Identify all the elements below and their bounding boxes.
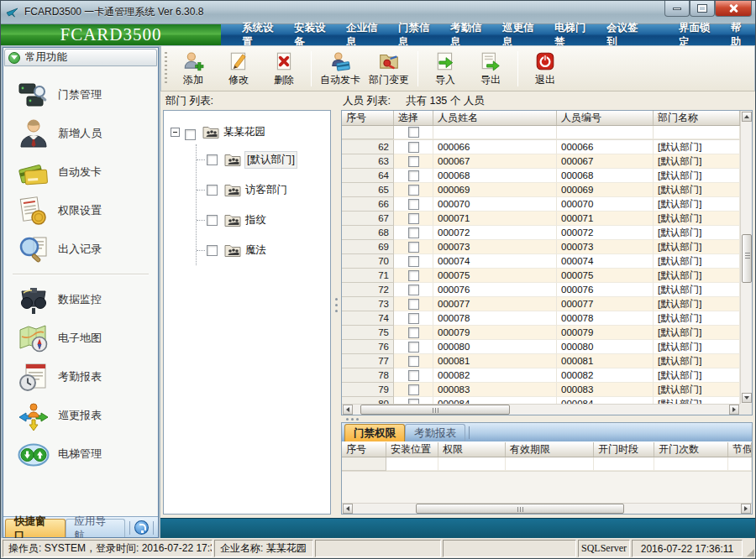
scroll-up-icon[interactable] [742,112,752,122]
row-checkbox[interactable] [408,227,419,238]
filter-name-cell[interactable] [433,126,557,139]
sidebar-item-permission-settings[interactable]: 权限设置 [4,191,157,230]
people-column-header[interactable]: 人员姓名 [433,111,557,125]
sidebar-item-elevator-management[interactable]: 电梯管理 [4,435,157,473]
person-row[interactable]: 74 000078 000078 [默认部门] [342,311,740,326]
tree-child-node[interactable]: 魔法 [197,235,330,265]
permissions-column-header[interactable]: 开门时段 [594,442,654,457]
collapse-icon[interactable] [8,52,20,64]
toolbar-grip[interactable] [165,52,167,86]
permissions-column-header[interactable]: 节假日 [728,442,752,457]
horizontal-splitter[interactable] [341,415,753,422]
scroll-thumb[interactable] [360,405,510,415]
sidebar-header[interactable]: 常用功能 [4,49,157,66]
exit-button[interactable]: 退出 [522,48,568,90]
scroll-left-icon[interactable] [343,504,353,514]
row-checkbox[interactable] [408,327,419,338]
tree-node-checkbox[interactable] [207,245,218,256]
row-checkbox[interactable] [408,156,419,167]
people-column-header[interactable]: 选择 [394,111,433,125]
row-checkbox[interactable] [408,384,419,395]
tree-root-checkbox[interactable] [185,129,196,140]
row-checkbox[interactable] [408,242,419,253]
row-checkbox[interactable] [408,356,419,367]
scroll-left-icon[interactable] [343,405,353,415]
permissions-column-header[interactable]: 有效期限 [506,442,594,457]
scroll-right-icon[interactable] [741,504,751,514]
tree-node-checkbox[interactable] [207,215,218,226]
people-column-header[interactable]: 序号 [342,111,394,125]
minimize-button[interactable] [664,1,690,17]
scroll-thumb[interactable] [416,504,624,514]
tab-quick-window[interactable]: 快捷窗口 [5,519,66,537]
person-row[interactable]: 77 000081 000081 [默认部门] [342,354,740,368]
row-checkbox[interactable] [408,299,419,310]
person-row[interactable]: 78 000082 000082 [默认部门] [342,368,740,383]
sidebar-item-attendance-report[interactable]: 考勤报表 [4,358,157,396]
import-button[interactable]: 导入 [423,48,468,90]
close-button[interactable] [715,1,752,17]
person-row[interactable]: 69 000073 000073 [默认部门] [342,240,740,254]
person-row[interactable]: 76 000080 000080 [默认部门] [342,340,740,354]
tree-root-node[interactable]: 某某花园 [171,119,330,144]
row-checkbox[interactable] [408,199,419,210]
permissions-column-header[interactable]: 权限 [438,442,506,457]
people-column-header[interactable]: 部门名称 [654,111,740,125]
person-row[interactable]: 68 000072 000072 [默认部门] [342,226,740,240]
row-checkbox[interactable] [408,342,419,353]
auto-card-button[interactable]: 自动发卡 [316,48,365,90]
person-row[interactable]: 66 000070 000070 [默认部门] [342,197,740,212]
sidebar-item-data-monitor[interactable]: 数据监控 [4,280,157,319]
edit-button[interactable]: 修改 [216,48,261,90]
tree-child-node[interactable]: [默认部门] [197,144,330,175]
export-button[interactable]: 导出 [468,48,513,90]
vertical-splitter[interactable] [331,91,341,518]
sidebar-item-electronic-map[interactable]: 电子地图 [4,319,157,358]
row-checkbox[interactable] [408,170,419,181]
tab-app-navigation[interactable]: 应用导航 [66,519,126,537]
permissions-column-header[interactable]: 开门次数 [654,442,728,457]
row-checkbox[interactable] [408,213,419,224]
sidebar-item-access-management[interactable]: 门禁管理 [4,76,157,114]
permissions-column-header[interactable]: 安装位置 [386,442,438,457]
person-row[interactable]: 70 000074 000074 [默认部门] [342,254,740,269]
delete-button[interactable]: 删除 [261,48,307,90]
person-row[interactable]: 73 000077 000077 [默认部门] [342,297,740,311]
row-checkbox[interactable] [408,142,419,153]
people-horizontal-scrollbar[interactable] [342,404,740,415]
row-checkbox[interactable] [408,370,419,381]
person-row[interactable]: 79 000083 000083 [默认部门] [342,383,740,397]
tree-child-node[interactable]: 指纹 [197,205,330,235]
people-vertical-scrollbar[interactable] [740,111,752,404]
sidebar-item-patrol-report[interactable]: 巡更报表 [4,396,157,435]
select-all-checkbox[interactable] [408,127,419,138]
person-row[interactable]: 71 000075 000075 [默认部门] [342,269,740,283]
person-row[interactable]: 62 000066 000066 [默认部门] [342,140,740,154]
help-icon[interactable] [134,520,149,535]
tab-door-permissions[interactable]: 门禁权限 [344,424,405,441]
tree-node-checkbox[interactable] [207,185,218,196]
permissions-horizontal-scrollbar[interactable] [342,503,752,514]
person-row[interactable]: 65 000069 000069 [默认部门] [342,183,740,197]
tree-child-node[interactable]: 访客部门 [197,175,330,205]
person-row[interactable]: 72 000076 000076 [默认部门] [342,283,740,297]
sidebar-item-auto-card[interactable]: 自动发卡 [4,153,157,191]
person-row[interactable]: 67 000071 000071 [默认部门] [342,212,740,226]
tree-node-checkbox[interactable] [207,154,218,165]
row-checkbox[interactable] [408,313,419,324]
scroll-down-icon[interactable] [742,393,752,403]
add-button[interactable]: 添加 [171,48,216,90]
row-checkbox[interactable] [408,185,419,196]
scroll-thumb[interactable] [742,234,752,283]
tree-collapse-icon[interactable] [171,128,180,137]
sidebar-item-access-records[interactable]: 出入记录 [4,230,157,269]
row-checkbox[interactable] [408,270,419,281]
row-checkbox[interactable] [408,285,419,295]
people-column-header[interactable]: 人员编号 [557,111,654,125]
dept-change-button[interactable]: 部门变更 [365,48,413,90]
person-row[interactable]: 63 000067 000067 [默认部门] [342,154,740,169]
person-row[interactable]: 75 000079 000079 [默认部门] [342,326,740,340]
person-row[interactable]: 64 000068 000068 [默认部门] [342,169,740,183]
scroll-right-icon[interactable] [729,405,739,415]
maximize-button[interactable] [690,1,715,17]
